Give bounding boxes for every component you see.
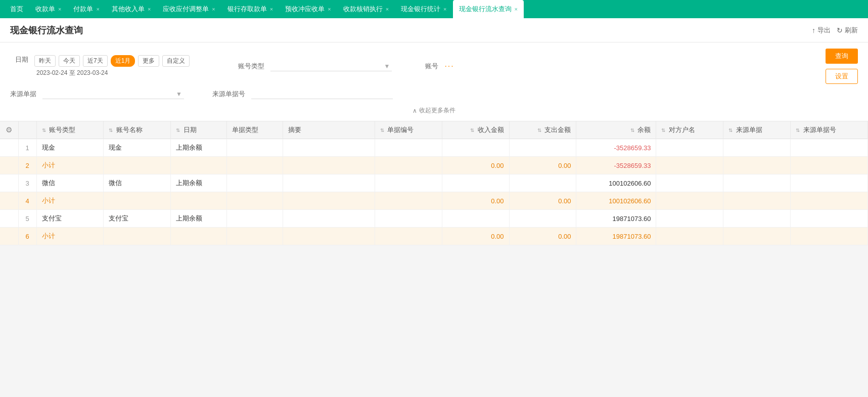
col-balance[interactable]: ⇅ 余额 (576, 121, 656, 139)
row-number: 4 (18, 192, 36, 210)
close-icon[interactable]: × (96, 6, 99, 12)
source-doc-select[interactable]: ▼ (42, 89, 184, 99)
cell-date (171, 228, 227, 245)
date-btn-custom[interactable]: 自定义 (162, 55, 190, 67)
settings-button[interactable]: 设置 (826, 69, 858, 84)
nav-home[interactable]: 首页 (4, 0, 29, 18)
cell-date (171, 192, 227, 210)
account-more-dots[interactable]: ··· (444, 62, 454, 71)
date-btn-yesterday[interactable]: 昨天 (34, 55, 56, 67)
source-doc-no-input[interactable] (253, 90, 391, 98)
cell-counterpart (656, 210, 723, 228)
table-area: ⚙ ⇅ 账号类型 ⇅ 账号名称 ⇅ 日期 单据类型 (0, 121, 868, 245)
col-rownum (18, 121, 36, 139)
col-source-doc-no[interactable]: ⇅ 来源单据号 (791, 121, 868, 139)
date-label: 日期 (10, 55, 28, 64)
cell-account-type: 现金 (36, 139, 104, 157)
cell-doc-no (375, 174, 442, 192)
nav-receipt[interactable]: 收款单 × (29, 0, 67, 18)
col-settings: ⚙ (0, 121, 18, 139)
close-icon[interactable]: × (270, 6, 273, 12)
top-nav: 首页 收款单 × 付款单 × 其他收入单 × 应收应付调整单 × 银行存取款单 … (0, 0, 868, 18)
cell-doc-type (227, 139, 283, 157)
date-btn-month[interactable]: 近1月 (111, 55, 135, 67)
col-summary: 摘要 (283, 121, 375, 139)
collapse-button[interactable]: ∧ 收起更多条件 (413, 106, 455, 115)
col-account-type[interactable]: ⇅ 账号类型 (36, 121, 104, 139)
col-source-doc[interactable]: ⇅ 来源单据 (723, 121, 791, 139)
close-icon[interactable]: × (212, 6, 215, 12)
filter-row-source: 来源单据 ▼ 来源单据号 (10, 89, 858, 99)
nav-payment[interactable]: 付款单 × (67, 0, 105, 18)
nav-cash-bank-flow[interactable]: 现金银行流水查询 × (453, 0, 524, 18)
cell-doc-type (227, 210, 283, 228)
refresh-icon: ↻ (837, 26, 843, 34)
row-number: 1 (18, 139, 36, 157)
query-button[interactable]: 查询 (826, 49, 858, 64)
cell-source-doc (723, 192, 791, 210)
close-icon[interactable]: × (58, 6, 61, 12)
account-type-select[interactable]: ▼ (270, 61, 392, 71)
nav-other-income[interactable]: 其他收入单 × (106, 0, 157, 18)
table-body: 1现金现金上期余额-3528659.332小计0.000.00-3528659.… (0, 139, 868, 245)
close-icon[interactable]: × (515, 6, 518, 12)
cell-account-name (104, 192, 171, 210)
col-account-name[interactable]: ⇅ 账号名称 (104, 121, 171, 139)
nav-advance-offset[interactable]: 预收冲应收单 × (279, 0, 337, 18)
source-doc-no-label: 来源单据号 (212, 90, 245, 99)
nav-receivable-payable[interactable]: 应收应付调整单 × (157, 0, 221, 18)
sort-arrows-icon: ⇅ (728, 127, 733, 133)
source-doc-no-filter: 来源单据号 (212, 89, 393, 99)
cell-balance: -3528659.33 (576, 157, 656, 174)
close-icon[interactable]: × (328, 6, 331, 12)
date-btn-week[interactable]: 近7天 (83, 55, 108, 67)
cell-account-type: 支付宝 (36, 210, 104, 228)
export-button[interactable]: ↑ 导出 (812, 26, 831, 35)
account-label: 账号 (420, 62, 438, 71)
nav-bank-deposit[interactable]: 银行存取款单 × (221, 0, 279, 18)
account-filter: 账号 ··· (420, 62, 458, 71)
nav-collection-verify[interactable]: 收款核销执行 × (337, 0, 395, 18)
close-icon[interactable]: × (148, 6, 151, 12)
cell-account-name (104, 157, 171, 174)
cell-source-doc (723, 174, 791, 192)
date-btn-more[interactable]: 更多 (138, 55, 159, 67)
cell-income: 0.00 (442, 192, 509, 210)
source-doc-label: 来源单据 (10, 90, 36, 99)
source-doc-input[interactable] (44, 90, 176, 98)
cell-balance: 100102606.60 (576, 192, 656, 210)
cell-date: 上期余额 (171, 174, 227, 192)
source-doc-filter: 来源单据 ▼ (10, 89, 184, 99)
cell-source-doc (723, 139, 791, 157)
col-date[interactable]: ⇅ 日期 (171, 121, 227, 139)
cell-date: 上期余额 (171, 210, 227, 228)
collapse-up-icon: ∧ (413, 107, 417, 114)
cell-expense (509, 174, 576, 192)
cell-account-name: 现金 (104, 139, 171, 157)
close-icon[interactable]: × (386, 6, 389, 12)
account-type-input[interactable] (272, 62, 384, 70)
date-filter: 日期 昨天 今天 近7天 近1月 更多 自定义 2023-02-24 至 202… (10, 55, 190, 77)
action-buttons: 查询 设置 (826, 49, 858, 84)
sort-arrows-icon: ⇅ (470, 127, 474, 133)
col-expense[interactable]: ⇅ 支出金额 (509, 121, 576, 139)
export-icon: ↑ (812, 26, 815, 34)
nav-cash-bank-stat[interactable]: 现金银行统计 × (395, 0, 452, 18)
close-icon[interactable]: × (443, 6, 446, 12)
refresh-button[interactable]: ↻ 刷新 (837, 26, 858, 35)
row-number: 2 (18, 157, 36, 174)
cell-source-doc-no (791, 157, 868, 174)
gear-icon[interactable]: ⚙ (6, 125, 12, 134)
sort-arrows-icon: ⇅ (796, 127, 800, 133)
cell-source-doc (723, 157, 791, 174)
table-row: 1现金现金上期余额-3528659.33 (0, 139, 868, 157)
date-btn-today[interactable]: 今天 (59, 55, 80, 67)
page-header: 现金银行流水查询 ↑ 导出 ↻ 刷新 (0, 18, 868, 42)
col-counterpart[interactable]: ⇅ 对方户名 (656, 121, 723, 139)
table-header-row: ⚙ ⇅ 账号类型 ⇅ 账号名称 ⇅ 日期 单据类型 (0, 121, 868, 139)
cell-balance: -3528659.33 (576, 139, 656, 157)
sort-arrows-icon: ⇅ (380, 127, 384, 133)
row-settings-cell (0, 192, 18, 210)
col-doc-no[interactable]: ⇅ 单据编号 (375, 121, 442, 139)
col-income[interactable]: ⇅ 收入金额 (442, 121, 509, 139)
